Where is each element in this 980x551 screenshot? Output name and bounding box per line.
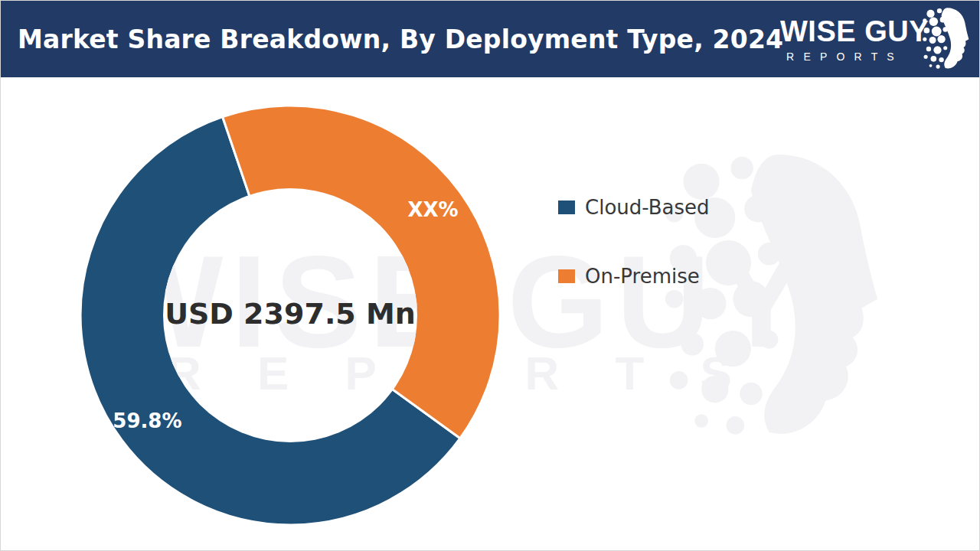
legend-swatch-cloud-based bbox=[558, 201, 575, 214]
wise-guy-reports-logo: WISE GUY R E P O R T S bbox=[780, 5, 973, 73]
logo-head-icon bbox=[923, 8, 969, 68]
legend-label: Cloud-Based bbox=[585, 196, 710, 219]
donut-chart: WISE GUY R E P O R T S WISE GUY R E P O … bbox=[1, 77, 980, 551]
chart-legend: Cloud-Based On-Premise bbox=[558, 192, 710, 292]
donut-center-value: USD 2397.5 Mn bbox=[165, 297, 416, 331]
legend-label: On-Premise bbox=[585, 265, 700, 288]
page-title: Market Share Breakdown, By Deployment Ty… bbox=[18, 24, 783, 54]
logo-wordmark: WISE GUY bbox=[780, 15, 929, 47]
slice-percent-label: 59.8% bbox=[113, 409, 181, 432]
legend-item-cloud-based: Cloud-Based bbox=[558, 192, 710, 223]
legend-swatch-on-premise bbox=[558, 269, 575, 283]
legend-item-on-premise: On-Premise bbox=[558, 261, 710, 292]
logo-subtitle: R E P O R T S bbox=[786, 51, 897, 63]
header-bar: Market Share Breakdown, By Deployment Ty… bbox=[1, 1, 980, 77]
slice-percent-label: XX% bbox=[408, 198, 459, 221]
report-page: Market Share Breakdown, By Deployment Ty… bbox=[0, 0, 980, 551]
